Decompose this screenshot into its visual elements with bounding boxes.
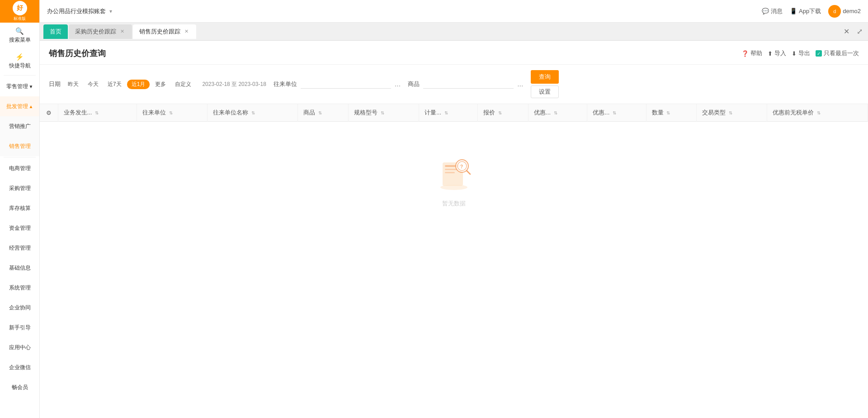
sidebar-item-purchase[interactable]: 采购管理 (0, 178, 39, 198)
sidebar-item-basic[interactable]: 基础信息 (0, 258, 39, 278)
sidebar-item-shortcut[interactable]: ⚡ 快捷导航 (0, 48, 39, 74)
sidebar-item-system[interactable]: 系统管理 (0, 278, 39, 298)
logo-text: 标准版 (14, 16, 26, 22)
sidebar-item-apps[interactable]: 应用中心 (0, 337, 39, 357)
app-logo[interactable]: 好 标准版 (0, 0, 39, 23)
tab-sales[interactable]: 销售历史价跟踪 ✕ (133, 24, 196, 39)
sort-icon: ⇅ (251, 110, 255, 115)
only-last-checkbox[interactable]: ✓ 只看最后一次 (816, 49, 859, 57)
import-label: 导入 (774, 49, 786, 57)
tabs-window-controls: ✕ ⤢ (842, 26, 864, 37)
date-btn-1month[interactable]: 近1月 (127, 80, 150, 89)
date-btn-today[interactable]: 今天 (84, 80, 102, 89)
tab-sales-label: 销售历史价跟踪 (139, 28, 180, 36)
goods-label: 商品 (408, 80, 420, 88)
date-buttons: 昨天 今天 近7天 近1月 更多 自定义 (64, 80, 195, 89)
date-btn-yesterday[interactable]: 昨天 (64, 80, 82, 89)
shortcut-icon: ⚡ (15, 53, 24, 61)
sidebar-item-label: 应用中心 (9, 344, 31, 352)
table-col-price[interactable]: 报价 ⇅ (478, 104, 528, 122)
sidebar-item-label: 新手引导 (9, 324, 31, 332)
query-button[interactable]: 查询 (531, 70, 559, 84)
goods-picker-btn[interactable]: ... (517, 80, 523, 88)
sidebar-item-inventory[interactable]: 库存核算 (0, 198, 39, 218)
sidebar-item-ecommerce[interactable]: 电商管理 (0, 158, 39, 178)
sidebar-item-label: 系统管理 (9, 284, 31, 292)
sidebar-item-wholesale[interactable]: 批发管理 ▲ (0, 96, 39, 116)
sort-icon: ⇅ (613, 110, 616, 115)
sort-icon: ⇅ (498, 110, 502, 115)
help-label: 帮助 (750, 49, 762, 57)
topbar: 办公用品行业模拟账套 ▾ 💬 消息 📱 App下载 d demo2 (40, 0, 868, 23)
table-col-trade-type[interactable]: 交易类型 ⇅ (697, 104, 767, 122)
goods-input[interactable] (423, 80, 514, 89)
table-col-discount1[interactable]: 优惠... ⇅ (528, 104, 587, 122)
message-icon: 💬 (762, 8, 769, 14)
sidebar-item-sales[interactable]: 销售管理 (0, 136, 39, 156)
page-title: 销售历史价查询 (49, 48, 106, 59)
sort-icon: ⇅ (169, 110, 173, 115)
sort-icon: ⇅ (729, 110, 732, 115)
table-header-row: ⚙ 业务发生... ⇅ 往来单位 ⇅ 往来单位名称 ⇅ (40, 104, 868, 122)
checkbox-icon: ✓ (816, 50, 822, 57)
sidebar-item-finance[interactable]: 资金管理 (0, 218, 39, 238)
table-col-spec[interactable]: 规格型号 ⇅ (349, 104, 419, 122)
chevron-down-icon: ▼ (29, 84, 33, 89)
sidebar-item-retail[interactable]: 零售管理 ▼ (0, 76, 39, 96)
tab-purchase[interactable]: 采购历史价跟踪 ✕ (69, 24, 132, 39)
sort-icon: ⇅ (381, 110, 384, 115)
sidebar-item-enterprise[interactable]: 企业协同 (0, 298, 39, 318)
tab-purchase-label: 采购历史价跟踪 (75, 28, 116, 36)
sidebar-item-label: 营销推广 (9, 123, 31, 130)
date-btn-7days[interactable]: 近7天 (104, 80, 125, 89)
tab-home-label: 首页 (50, 28, 61, 36)
message-btn[interactable]: 💬 消息 (762, 7, 783, 15)
table-col-counterparty-name[interactable]: 往来单位名称 ⇅ (208, 104, 298, 122)
table-col-gear[interactable]: ⚙ (40, 104, 58, 122)
table-col-counterparty-code[interactable]: 往来单位 ⇅ (137, 104, 208, 122)
sidebar-item-wechat[interactable]: 企业微信 (0, 357, 39, 377)
close-window-btn[interactable]: ✕ (842, 26, 851, 37)
username-label: demo2 (843, 8, 861, 14)
sidebar-item-guide[interactable]: 新手引导 (0, 318, 39, 337)
date-btn-custom[interactable]: 自定义 (171, 80, 195, 89)
tab-purchase-close[interactable]: ✕ (119, 28, 126, 35)
sidebar-item-label: 批发管理 (6, 103, 28, 110)
counterparty-input[interactable] (301, 80, 391, 89)
counterparty-picker-btn[interactable]: ... (395, 80, 401, 88)
maximize-window-btn[interactable]: ⤢ (855, 26, 864, 37)
date-filter-group: 日期 昨天 今天 近7天 近1月 更多 自定义 2023-02-18 至 202… (49, 80, 266, 89)
export-btn[interactable]: ⬇ 导出 (792, 49, 810, 57)
tabs-bar: 首页 采购历史价跟踪 ✕ 销售历史价跟踪 ✕ ✕ ⤢ (40, 23, 868, 41)
topbar-dropdown-icon[interactable]: ▾ (109, 8, 112, 14)
sidebar-item-member[interactable]: 畅会员 (0, 377, 39, 397)
table-col-unit[interactable]: 计量... ⇅ (419, 104, 478, 122)
user-profile-btn[interactable]: d demo2 (828, 5, 861, 18)
tab-home[interactable]: 首页 (43, 24, 68, 39)
sidebar-item-operations[interactable]: 经营管理 (0, 238, 39, 258)
tab-sales-close[interactable]: ✕ (183, 28, 190, 35)
date-btn-more[interactable]: 更多 (151, 80, 170, 89)
table-col-qty[interactable]: 数量 ⇅ (646, 104, 697, 122)
table-col-discount2[interactable]: 优惠... ⇅ (587, 104, 646, 122)
page-content: 销售历史价查询 ❓ 帮助 ⬆ 导入 ⬇ 导出 ✓ 只看最后一次 (40, 41, 868, 418)
table-col-goods[interactable]: 商品 ⇅ (298, 104, 349, 122)
table-col-pre-tax-price[interactable]: 优惠前无税单价 ⇅ (767, 104, 868, 122)
sidebar-item-label: 销售管理 (9, 142, 31, 150)
table-col-biz-date[interactable]: 业务发生... ⇅ (58, 104, 137, 122)
sidebar-item-label: 基础信息 (9, 264, 31, 272)
sidebar: 好 标准版 🔍 搜索菜单 ⚡ 快捷导航 零售管理 ▼ 批发管理 ▲ 营销推广 销… (0, 0, 40, 418)
date-range-display: 2023-02-18 至 2023-03-18 (202, 81, 266, 88)
help-btn[interactable]: ❓ 帮助 (741, 49, 762, 57)
app-download-btn[interactable]: 📱 App下载 (790, 7, 821, 15)
sidebar-item-marketing[interactable]: 营销推广 (0, 116, 39, 136)
gear-icon: ⚙ (46, 109, 52, 116)
import-btn[interactable]: ⬆ 导入 (768, 49, 786, 57)
export-label: 导出 (798, 49, 810, 57)
goods-filter-group: 商品 ... (408, 80, 523, 89)
settings-button[interactable]: 设置 (531, 86, 559, 98)
sidebar-item-search[interactable]: 🔍 搜索菜单 (0, 23, 39, 48)
filter-actions: 查询 设置 (531, 70, 559, 98)
sidebar-item-label: 库存核算 (9, 204, 31, 212)
empty-text: 暂无数据 (442, 200, 466, 208)
